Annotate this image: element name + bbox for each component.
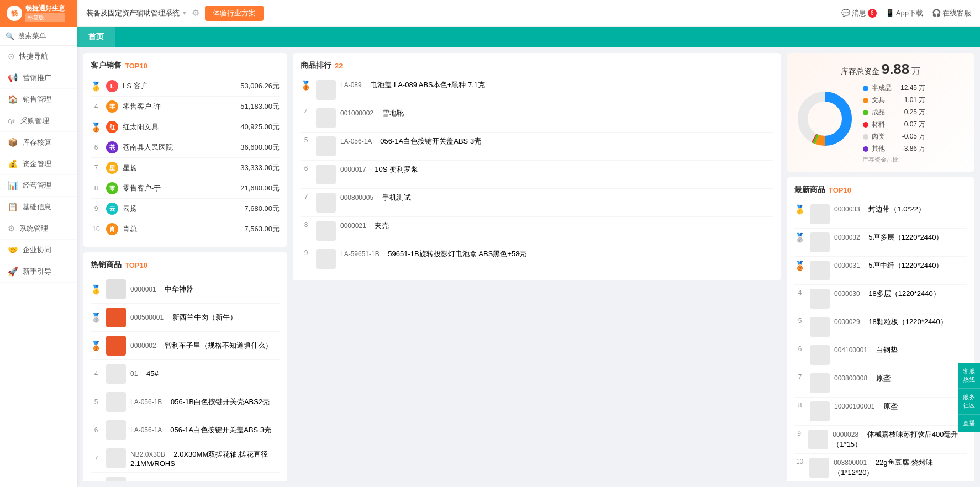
rank-badge: 星 [106, 162, 118, 174]
message-button[interactable]: 💬 消息 6 [841, 8, 877, 18]
legend-item: 材料 0.07 万 [863, 120, 925, 129]
product-thumbnail [316, 165, 336, 184]
product-thumbnail [809, 458, 829, 478]
product-thumbnail [316, 136, 336, 156]
product-thumbnail [810, 373, 830, 393]
product-thumbnail [810, 204, 830, 224]
purchase-icon: 🛍 [8, 117, 16, 126]
donut-chart [794, 88, 855, 149]
list-item: 7 NB2.0X30B 2.0X30MM双搓花轴,搓花直径2.1MM/ROHS [91, 444, 280, 473]
logo-title: 畅捷通好生意 [25, 4, 65, 13]
product-thumbnail [316, 80, 336, 100]
sidebar-item-label: 销售管理 [23, 94, 51, 104]
sidebar-item-label: 资金管理 [23, 159, 51, 169]
customer-service-widget: 客服热线 服务社区 直播 [958, 363, 980, 432]
list-item: 4 01 45# [91, 360, 280, 388]
topbar-right: 💬 消息 6 📱 App下载 🎧 在线客服 [841, 8, 971, 18]
logo-icon: 畅 [7, 6, 22, 21]
online-service-button[interactable]: 🎧 在线客服 [932, 8, 971, 18]
system-selector[interactable]: 装备及固定资产辅助管理系统 ▾ [86, 8, 186, 18]
sidebar-item-quick-nav[interactable]: ⊙ 快捷导航 [0, 46, 77, 67]
hot-products-card: 热销商品 TOP10 🥇 0000001 中华神器 🥈 000500001 [83, 252, 287, 481]
list-item: 9 0000028 体械嘉枝味苏打饮品400毫升（1*15） [794, 426, 967, 454]
cs-live-button[interactable]: 直播 [958, 415, 980, 432]
list-item: 🥉 红 红太阳文具 40,925.00元 [91, 117, 280, 137]
sidebar-item-system[interactable]: ⚙ 系统管理 [0, 218, 77, 240]
list-item: 6 0000017 10S 变利罗浆 [301, 161, 773, 189]
topbar: 装备及固定资产辅助管理系统 ▾ ⚙ 体验行业方案 💬 消息 6 📱 App下载 … [77, 0, 980, 27]
sidebar-item-purchase[interactable]: 🛍 采购管理 [0, 110, 77, 132]
list-item: 8 零 零售客户-于 21,680.00元 [91, 178, 280, 199]
app-download-button[interactable]: 📱 App下载 [886, 8, 923, 18]
sidebar-item-sales[interactable]: 🏠 销售管理 [0, 89, 77, 110]
list-item: 9 LA-59651-1B 59651-1B旋转投影灯电池盒 ABS黑色+58壳 [301, 245, 773, 273]
search-label: 搜索菜单 [18, 31, 46, 41]
sidebar-item-label: 企业协同 [23, 245, 51, 255]
rank-badge: 零 [106, 100, 118, 113]
logo: 畅 畅捷通好生意 标签版 [0, 0, 77, 27]
new-products-card: 最新商品 TOP10 🥇 0000033 封边带（1.0*22） 🥈 00000 [787, 177, 974, 481]
product-thumbnail [106, 279, 126, 299]
nav-tabs: 首页 [77, 27, 980, 47]
panel-center: 商品排行 22 🥉 LA-089 电池盖 LA-089 ABS本色+黑种 7.1… [293, 53, 781, 481]
top-customers-card: 客户销售 TOP10 🥇 L LS 客户 53,006.26元 4 零 零售客户… [83, 53, 287, 247]
list-item: 🥉 0000031 5厘中纤（1220*2440） [794, 257, 967, 285]
content-area: 客户销售 TOP10 🥇 L LS 客户 53,006.26元 4 零 零售客户… [77, 47, 980, 487]
trial-button[interactable]: 体验行业方案 [205, 6, 264, 21]
search-icon: 🔍 [6, 32, 14, 40]
legend-item: 其他 -3.86 万 [863, 144, 925, 153]
list-item: 6 004100001 白钢垫 [794, 341, 967, 369]
product-thumbnail [808, 430, 828, 449]
message-icon: 💬 [841, 9, 850, 17]
new-products-title: 最新商品 TOP10 [794, 185, 967, 195]
sidebar-item-base[interactable]: 📋 基础信息 [0, 197, 77, 218]
list-item: 🥇 L LS 客户 53,006.26元 [91, 76, 280, 97]
sidebar-item-marketing[interactable]: 📢 营销推广 [0, 67, 77, 89]
sidebar-item-label: 经营管理 [23, 181, 51, 190]
sidebar-item-guide[interactable]: 🚀 新手引导 [0, 261, 77, 283]
list-item: 5 0000029 18颗粒板（1220*2440） [794, 313, 967, 341]
medal-icon: 🥉 [301, 80, 312, 91]
list-item: 8 0000011 12070519-xs [91, 473, 280, 481]
product-thumbnail [106, 336, 126, 356]
system-name: 装备及固定资产辅助管理系统 [86, 8, 180, 18]
rank-badge: 苍 [106, 141, 118, 153]
sidebar-item-label: 基础信息 [23, 202, 51, 212]
hot-products-title: 热销商品 TOP10 [91, 260, 280, 270]
list-item: 7 星 星扬 33,333.00元 [91, 158, 280, 178]
medal-icon: 🥉 [794, 261, 805, 271]
sidebar-item-inventory[interactable]: 📦 库存核算 [0, 132, 77, 153]
headset-icon: 🎧 [932, 9, 941, 17]
logo-tag: 标签版 [25, 13, 65, 22]
list-item: 10 003800001 22g鱼豆腐-烧烤味（1*12*20） [794, 454, 967, 481]
inventory-legend: 半成品 12.45 万 文具 1.01 万 成品 0.25 万 [863, 83, 925, 153]
tab-home[interactable]: 首页 [77, 27, 115, 47]
gear-icon[interactable]: ⚙ [192, 8, 199, 18]
medal-icon: 🥇 [91, 81, 102, 92]
list-item: 🥉 0000002 智利车子里（规格不知道填什么） [91, 332, 280, 360]
legend-dot [863, 146, 868, 152]
legend-dot [863, 122, 868, 128]
list-item: 🥇 0000033 封边带（1.0*22） [794, 200, 967, 229]
search-menu[interactable]: 🔍 搜索菜单 [0, 27, 77, 46]
list-item: 8 10000100001 原垄 [794, 398, 967, 426]
legend-dot [863, 110, 868, 115]
sidebar-item-operations[interactable]: 📊 经营管理 [0, 175, 77, 197]
sidebar-item-label: 新手引导 [23, 267, 51, 277]
enterprise-icon: 🤝 [8, 245, 18, 255]
list-item: 9 云 云扬 7,680.00元 [91, 199, 280, 219]
sidebar-item-finance[interactable]: 💰 资金管理 [0, 153, 77, 175]
sidebar-item-label: 库存核算 [23, 137, 51, 147]
legend-item: 半成品 12.45 万 [863, 83, 925, 93]
rank-badge: L [106, 80, 118, 92]
mobile-icon: 📱 [886, 9, 894, 17]
medal-icon: 🥈 [91, 313, 102, 323]
system-icon: ⚙ [8, 224, 15, 234]
sales-icon: 🏠 [8, 94, 18, 104]
cs-community-button[interactable]: 服务社区 [958, 389, 980, 415]
product-thumbnail [106, 392, 126, 412]
sidebar-item-label: 快捷导航 [19, 51, 48, 61]
medal-icon: 🥇 [91, 284, 102, 295]
sidebar-item-enterprise[interactable]: 🤝 企业协同 [0, 240, 77, 261]
cs-hotline-button[interactable]: 客服热线 [958, 363, 980, 389]
